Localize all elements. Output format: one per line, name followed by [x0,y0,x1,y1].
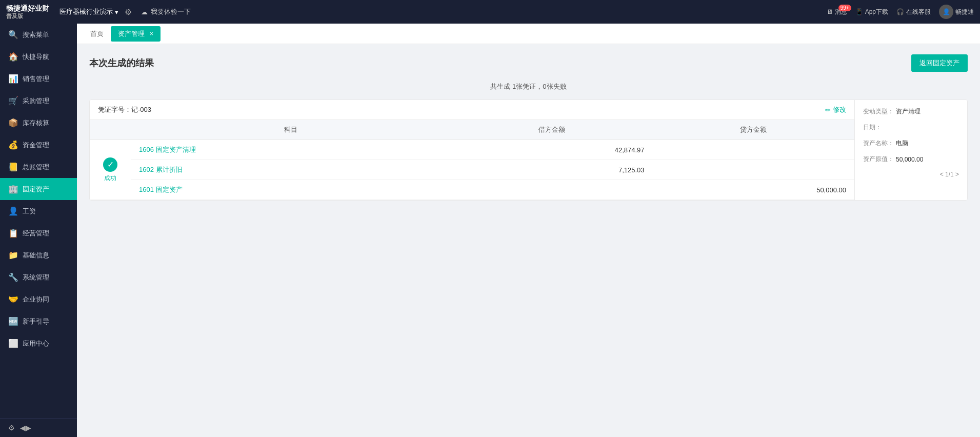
settings-icon[interactable]: ⚙ [8,424,15,432]
sidebar-item-purchase[interactable]: 🛒采购管理 [0,90,77,112]
content-area: 首页 资产管理 × 本次生成的结果 返回固定资产 共生成 1张凭证，0张失败 [77,24,980,437]
sidebar-item-label: 应用中心 [23,339,49,348]
cloud-icon: ☁ [141,8,148,16]
sidebar-item-label: 工资 [23,207,36,216]
avatar: 👤 [939,5,953,19]
sidebar-item-payroll[interactable]: 👤工资 [0,200,77,222]
subject-cell: 1602 累计折旧 [131,160,451,180]
app-center-icon: ⬜ [8,339,17,348]
inventory-icon: 📦 [8,118,17,128]
asset-value-label: 资产原值： [863,155,894,164]
sidebar-item-quick-nav[interactable]: 🏠快捷导航 [0,46,77,68]
voucher-header: 凭证字号：记-003 ✏ 修改 [90,100,854,120]
sidebar-item-search[interactable]: 🔍搜索菜单 [0,24,77,46]
sidebar-item-label: 销售管理 [23,74,49,84]
debit-cell: 42,874.97 [451,140,652,160]
tab-close-btn[interactable]: × [150,30,153,37]
credit-cell [653,160,854,180]
top-bar: 畅捷通好业财 普及版 医疗器械行业演示 ▾ ⚙ ☁ 我要体验一下 🖥 消息 99… [0,0,980,24]
sidebar-item-label: 快捷导航 [23,52,49,62]
chevron-down-icon: ▾ [115,8,118,16]
tab-bar: 首页 资产管理 × [77,24,980,44]
brand-logo: 畅捷通好业财 普及版 [6,4,49,19]
sidebar-item-label: 新手引导 [23,317,49,326]
table-row: 1601 固定资产50,000.00 [90,180,854,200]
voucher-panel: 凭证字号：记-003 ✏ 修改 科目 借方金额 [89,100,968,201]
subject-col-header: 科目 [131,120,451,140]
system-icon: 🔧 [8,272,17,282]
sidebar-item-fixed-assets[interactable]: 🏢固定资产 [0,178,77,200]
return-fixed-assets-button[interactable]: 返回固定资产 [911,54,968,72]
asset-name-row: 资产名称： 电脑 [863,139,959,148]
enterprise-icon: 🤝 [8,294,17,304]
debit-cell: 7,125.03 [451,160,652,180]
subject-cell: 1606 固定资产清理 [131,140,451,160]
side-info-panel: 变动类型： 资产清理 日期： 资产名称： 电脑 资产原值： 50,000.00 [854,100,967,200]
main-layout: 🔍搜索菜单🏠快捷导航📊销售管理🛒采购管理📦库存核算💰资金管理📒总账管理🏢固定资产… [0,24,980,437]
message-btn[interactable]: 🖥 消息 99+ [827,8,847,16]
sidebar-item-sales[interactable]: 📊销售管理 [0,68,77,90]
purchase-icon: 🛒 [8,96,17,106]
status-col-header [90,120,131,140]
summary-bar: 共生成 1张凭证，0张失败 [89,82,968,91]
sidebar-item-guide[interactable]: 🆕新手引导 [0,310,77,332]
tab-home[interactable]: 首页 [85,25,109,43]
sidebar-item-system[interactable]: 🔧系统管理 [0,266,77,288]
edit-button[interactable]: ✏ 修改 [825,105,846,114]
table-row: 1602 累计折旧7,125.03 [90,160,854,180]
credit-col-header: 贷方金额 [653,120,854,140]
sidebar-item-operations[interactable]: 📋经营管理 [0,222,77,244]
sidebar-item-label: 库存核算 [23,118,49,128]
customer-service-btn[interactable]: 🎧 在线客服 [896,8,931,16]
company-selector[interactable]: 医疗器械行业演示 ▾ [59,7,118,16]
capital-icon: 💰 [8,140,17,150]
operations-icon: 📋 [8,228,17,238]
sidebar-item-inventory[interactable]: 📦库存核算 [0,112,77,134]
sidebar-item-enterprise[interactable]: 🤝企业协同 [0,288,77,310]
tab-asset-management[interactable]: 资产管理 × [111,26,161,42]
change-type-value: 资产清理 [896,107,921,116]
debit-col-header: 借方金额 [451,120,652,140]
sidebar-item-label: 企业协同 [23,295,49,304]
voucher-number: 凭证字号：记-003 [98,105,151,114]
table-row: ✓成功1606 固定资产清理42,874.97 [90,140,854,160]
pagination[interactable]: < 1/1 > [863,171,959,178]
sidebar-item-basic-info[interactable]: 📁基础信息 [0,244,77,266]
app-download-btn[interactable]: 📱 App下载 [855,8,888,16]
page-content: 本次生成的结果 返回固定资产 共生成 1张凭证，0张失败 凭证字号：记-003 … [77,44,980,437]
change-type-row: 变动类型： 资产清理 [863,107,959,116]
user-area[interactable]: 👤 畅捷通 [939,5,974,19]
guide-icon: 🆕 [8,316,17,326]
subject-cell: 1601 固定资产 [131,180,451,200]
general-ledger-icon: 📒 [8,162,17,172]
tab-label: 资产管理 [118,29,145,38]
try-button[interactable]: ☁ 我要体验一下 [141,7,191,16]
sidebar-item-app-center[interactable]: ⬜应用中心 [0,332,77,354]
change-type-label: 变动类型： [863,107,894,116]
credit-cell [653,140,854,160]
sidebar-item-label: 经营管理 [23,229,49,238]
message-icon: 🖥 [827,8,833,15]
collapse-icon[interactable]: ◀▶ [20,424,31,432]
sidebar: 🔍搜索菜单🏠快捷导航📊销售管理🛒采购管理📦库存核算💰资金管理📒总账管理🏢固定资产… [0,24,77,437]
company-name: 医疗器械行业演示 [59,7,113,16]
date-label: 日期： [863,123,894,132]
gear-icon[interactable]: ⚙ [125,7,132,17]
brand-sub: 普及版 [6,13,49,19]
phone-icon: 📱 [855,8,863,15]
top-bar-right: 🖥 消息 99+ 📱 App下载 🎧 在线客服 👤 畅捷通 [827,5,974,19]
sidebar-item-label: 系统管理 [23,273,49,282]
voucher-table: 科目 借方金额 贷方金额 ✓成功1606 固定资产清理42,874.971602… [90,120,854,200]
edit-icon: ✏ [825,106,831,114]
asset-value-row: 资产原值： 50,000.00 [863,155,959,164]
sidebar-item-label: 总账管理 [23,163,49,172]
top-bar-mid: 医疗器械行业演示 ▾ ⚙ ☁ 我要体验一下 [49,7,827,17]
sidebar-item-general-ledger[interactable]: 📒总账管理 [0,156,77,178]
asset-name-value: 电脑 [896,139,908,148]
sidebar-item-capital[interactable]: 💰资金管理 [0,134,77,156]
fixed-assets-icon: 🏢 [8,184,17,194]
status-cell: ✓成功 [90,140,131,200]
sidebar-bottom: ⚙ ◀▶ [0,418,77,437]
asset-value-value: 50,000.00 [896,156,923,163]
page-title-row: 本次生成的结果 返回固定资产 [89,54,968,72]
